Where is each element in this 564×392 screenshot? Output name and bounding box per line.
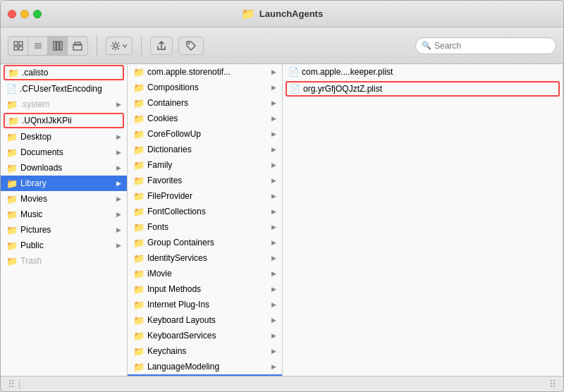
list-item[interactable]: 📁 iMovie ▶ [128, 266, 282, 281]
column-3-items: 📄 com.apple....keeper.plist 📄 org.yrGfjO… [283, 64, 563, 376]
list-item[interactable]: 📁 KeyboardServices ▶ [128, 328, 282, 343]
item-label: FileProvider [147, 191, 269, 201]
icon-view-button[interactable] [8, 37, 28, 55]
status-left: ⠿ [8, 379, 15, 390]
folder-icon: 📁 [133, 222, 145, 233]
action-button[interactable] [106, 37, 133, 55]
gallery-view-button[interactable] [68, 37, 87, 55]
list-item[interactable]: 📁 Pictures ▶ [1, 222, 127, 238]
title-folder-icon: 📁 [241, 7, 255, 20]
svg-rect-2 [14, 47, 18, 50]
list-item[interactable]: 📁 Downloads ▶ [1, 160, 127, 176]
folder-icon: 📁 [133, 207, 145, 217]
chevron-icon: ▶ [116, 149, 121, 156]
column-2-items: 📁 com.apple.storenotif... ▶ 📁 Compositio… [128, 64, 282, 376]
item-label: Internet Plug-Ins [147, 300, 269, 310]
search-box[interactable]: 🔍 [415, 37, 556, 54]
search-icon: 🔍 [422, 41, 431, 50]
tag-button[interactable] [178, 37, 204, 55]
item-label: KeyboardServices [147, 331, 269, 341]
list-item[interactable]: 📁 IdentityServices ▶ [128, 250, 282, 266]
folder-icon: 📁 [133, 145, 145, 155]
item-label: .calisto [22, 68, 120, 78]
list-item[interactable]: 📁 CoreFollowUp ▶ [128, 126, 282, 142]
list-item[interactable]: 📁 Music ▶ [1, 207, 127, 222]
item-label: Trash [20, 256, 121, 266]
search-input[interactable] [434, 41, 550, 51]
status-divider [19, 379, 20, 389]
list-item-input-methods[interactable]: 📁 Input Methods ▶ [128, 281, 282, 297]
item-label: .CFUserTextEncoding [20, 84, 121, 94]
list-item[interactable]: 📁 Movies ▶ [1, 191, 127, 207]
list-item[interactable]: 📁 FontCollections ▶ [128, 204, 282, 219]
toolbar-separator-2 [141, 35, 142, 56]
file-icon: 📄 [6, 84, 17, 94]
list-item-fonts[interactable]: 📁 Fonts ▶ [128, 219, 282, 235]
list-item-comapplekeeper[interactable]: 📄 com.apple....keeper.plist [283, 64, 563, 80]
list-item[interactable]: 📁 Cookies ▶ [128, 111, 282, 126]
list-item[interactable]: 📁 Trash [1, 253, 127, 269]
chevron-icon: ▶ [116, 101, 121, 108]
list-item-dictionaries[interactable]: 📁 Dictionaries ▶ [128, 142, 282, 157]
folder-icon: 📁 [133, 331, 145, 341]
folder-icon: 📁 [8, 116, 19, 126]
svg-rect-7 [54, 42, 56, 50]
plist-file-icon: 📄 [288, 67, 299, 77]
folder-icon: 📁 [6, 147, 18, 158]
chevron-icon: ▶ [271, 68, 276, 75]
chevron-icon: ▶ [116, 164, 121, 171]
list-item-orgyrGfj[interactable]: 📄 org.yrGfjOQJztZ.plist [286, 81, 560, 97]
folder-icon: 📁 [133, 346, 145, 357]
svg-rect-3 [19, 47, 23, 50]
list-item[interactable]: 📁 Favorites ▶ [128, 173, 282, 188]
folder-icon: 📁 [133, 253, 145, 264]
minimize-button[interactable] [20, 10, 29, 18]
list-item[interactable]: 📁 .UQnxIJkKPii [4, 113, 124, 128]
column-2: 📁 com.apple.storenotif... ▶ 📁 Compositio… [128, 64, 283, 376]
column-view-button[interactable] [48, 37, 68, 55]
close-button[interactable] [8, 10, 16, 18]
list-item[interactable]: 📁 Desktop ▶ [1, 129, 127, 145]
list-item-group-containers[interactable]: 📁 Group Containers ▶ [128, 235, 282, 250]
folder-icon: 📁 [6, 225, 18, 235]
list-item[interactable]: 📄 .CFUserTextEncoding [1, 81, 127, 97]
share-button[interactable] [150, 37, 173, 55]
item-label: Dictionaries [147, 145, 269, 154]
list-item[interactable]: 📁 Compositions ▶ [128, 80, 282, 95]
content-area: 📁 .calisto 📄 .CFUserTextEncoding 📁 .syst… [1, 64, 563, 376]
folder-icon: 📁 [133, 160, 145, 171]
list-item[interactable]: 📁 Internet Plug-Ins ▶ [128, 297, 282, 312]
list-item[interactable]: 📁 .calisto [4, 65, 124, 80]
folder-icon: 📁 [133, 284, 145, 295]
list-item[interactable]: 📁 .system ▶ [1, 97, 127, 112]
list-item-library[interactable]: 📁 Library ▶ [1, 176, 127, 191]
finder-window: 📁 LaunchAgents [0, 0, 564, 392]
svg-rect-8 [56, 42, 59, 50]
item-label: LanguageModeling [147, 362, 269, 372]
item-label: Music [20, 209, 114, 219]
item-label: org.yrGfjOQJztZ.plist [303, 84, 556, 94]
list-item-keyboard-layouts[interactable]: 📁 Keyboard Layouts ▶ [128, 312, 282, 328]
svg-rect-11 [75, 42, 80, 45]
list-view-button[interactable] [28, 37, 48, 55]
list-item[interactable]: 📁 LanguageModeling ▶ [128, 359, 282, 374]
list-item-launchagents[interactable]: 📁 LaunchAgents ▶ [128, 374, 282, 376]
chevron-icon: ▶ [271, 270, 276, 277]
chevron-icon: ▶ [116, 133, 121, 140]
fullscreen-button[interactable] [33, 10, 42, 18]
list-item-family[interactable]: 📁 Family ▶ [128, 157, 282, 173]
list-item[interactable]: 📁 com.apple.storenotif... ▶ [128, 64, 282, 80]
list-item[interactable]: 📁 FileProvider ▶ [128, 188, 282, 204]
list-item[interactable]: 📁 Containers ▶ [128, 95, 282, 111]
list-item[interactable]: 📁 Public ▶ [1, 238, 127, 253]
item-label: .system [20, 99, 114, 109]
list-item[interactable]: 📁 Documents ▶ [1, 145, 127, 160]
item-label: Compositions [147, 82, 269, 92]
folder-icon: 📁 [6, 163, 18, 173]
traffic-lights [8, 10, 42, 18]
folder-icon: 📁 [8, 68, 19, 78]
list-item[interactable]: 📁 Keychains ▶ [128, 343, 282, 359]
status-bar: ⠿ ⠿ [1, 376, 563, 391]
chevron-icon: ▶ [271, 317, 276, 324]
item-label: com.apple.storenotif... [147, 67, 269, 77]
